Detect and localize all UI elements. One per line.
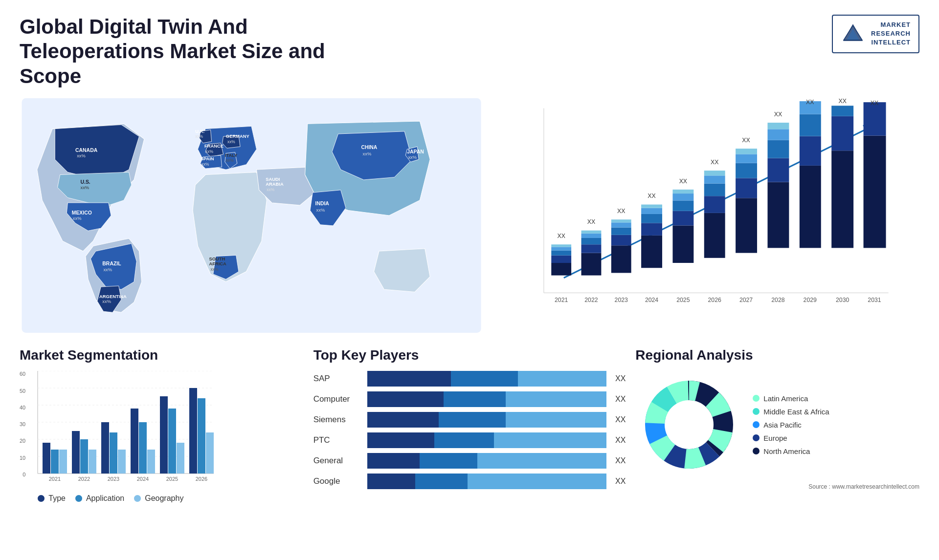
bar-2025-year: 2025 — [676, 297, 690, 303]
bar-2023-year: 2023 — [615, 297, 628, 303]
bar-2026-label: XX — [711, 159, 718, 166]
player-row-google: Google XX — [313, 474, 626, 489]
regional-bottom: Latin America Middle East & Africa Asia … — [635, 371, 919, 478]
bar-2022-seg2 — [581, 244, 602, 253]
player-name-general: General — [313, 456, 362, 466]
bar-2024-seg5 — [641, 205, 662, 208]
bar-2021-label: XX — [558, 233, 565, 239]
bar-2026-seg3 — [704, 184, 725, 196]
regional-legend-north-america: North America — [753, 447, 829, 455]
seg-bar-2022-geo — [89, 450, 96, 474]
player-row-sap: SAP XX — [313, 371, 626, 387]
italy-value: xx% — [226, 158, 234, 163]
player-bar-ptc — [367, 432, 606, 448]
dot-north-america — [753, 448, 760, 454]
player-bar-general-seg1 — [367, 453, 420, 469]
seg-bar-2025-type — [160, 396, 168, 474]
japan-value: xx% — [408, 154, 417, 160]
legend-type: Type — [38, 494, 66, 503]
south-africa-value: xx% — [211, 267, 219, 272]
bar-2021-seg5 — [551, 244, 571, 247]
bar-2026-seg2 — [704, 196, 725, 213]
player-bar-sap-seg3 — [518, 371, 606, 387]
bar-2026-seg1 — [704, 213, 725, 258]
regional-legend: Latin America Middle East & Africa Asia … — [753, 394, 829, 455]
canada-label: CANADA — [75, 148, 98, 153]
bottom-section: Market Segmentation 60 50 40 30 20 10 0 — [20, 347, 919, 503]
seg-bar-2023-type — [101, 422, 109, 474]
source-text: Source : www.marketresearchintellect.com — [635, 483, 919, 490]
seg-bar-2021-geo — [59, 450, 67, 474]
player-ptc-xx: XX — [615, 436, 626, 445]
brazil-label: BRAZIL — [102, 261, 121, 266]
bar-2028-seg1 — [768, 182, 789, 248]
key-players-title: Top Key Players — [313, 347, 626, 363]
player-siemens-xx: XX — [615, 415, 626, 424]
argentina-value: xx% — [102, 299, 111, 304]
segmentation-container: Market Segmentation 60 50 40 30 20 10 0 — [20, 347, 304, 503]
bar-2027-year: 2027 — [739, 297, 753, 303]
italy-label: ITALY — [225, 152, 238, 158]
bar-2028-seg5 — [768, 123, 789, 129]
player-bar-google-seg3 — [468, 474, 606, 489]
player-bar-siemens-seg1 — [367, 412, 439, 428]
bar-2026-seg4 — [704, 175, 725, 183]
header: Global Digital Twin And Teleoperations M… — [20, 15, 919, 88]
seg-chart-svg: 2021 2022 2023 2024 2025 2026 — [33, 371, 219, 488]
player-name-computer: Computer — [313, 394, 362, 404]
bar-2028-seg4 — [768, 129, 789, 140]
player-sap-xx: XX — [615, 374, 626, 383]
bar-2022-year: 2022 — [584, 297, 598, 303]
bar-2029-seg3 — [800, 114, 821, 136]
bar-2027-label: XX — [742, 137, 750, 144]
donut-svg — [635, 371, 743, 478]
mexico-value: xx% — [73, 216, 82, 221]
bar-2027-seg4 — [736, 154, 757, 163]
bar-2022-seg5 — [581, 231, 602, 234]
bar-2031-year: 2031 — [868, 297, 881, 303]
bar-2028-label: XX — [774, 111, 782, 118]
saudi-label: SAUDI — [266, 176, 280, 182]
bar-chart-svg: XX 2021 XX 2022 XX 2023 — [498, 98, 919, 333]
player-name-siemens: Siemens — [313, 415, 362, 425]
player-bar-siemens — [367, 412, 606, 428]
seg-xlabel-2025: 2025 — [166, 476, 178, 482]
player-row-general: General XX — [313, 453, 626, 469]
regional-legend-latin: Latin America — [753, 394, 829, 403]
seg-xlabel-2021: 2021 — [49, 476, 61, 482]
bar-chart-container: XX 2021 XX 2022 XX 2023 — [498, 98, 919, 333]
player-bar-computer-seg1 — [367, 391, 444, 407]
seg-bar-2021-app — [51, 450, 59, 474]
bar-2025-seg1 — [673, 226, 694, 263]
logo-area: MARKET RESEARCH INTELLECT — [832, 15, 919, 53]
seg-bar-2026-type — [189, 388, 197, 474]
bar-2022-seg3 — [581, 238, 602, 244]
bar-2024-year: 2024 — [645, 297, 658, 303]
dot-latin-america — [753, 395, 760, 402]
regional-legend-mea: Middle East & Africa — [753, 408, 829, 416]
page-title: Global Digital Twin And Teleoperations M… — [20, 15, 362, 88]
player-bar-ptc-seg2 — [434, 432, 494, 448]
bar-2029-year: 2029 — [804, 297, 817, 303]
germany-value: xx% — [227, 139, 235, 144]
bar-2031-seg1 — [864, 136, 886, 248]
legend-dot-type — [38, 495, 45, 502]
saudi-value: xx% — [267, 187, 274, 192]
mexico-label: MEXICO — [72, 210, 92, 215]
world-map: CANADA xx% U.S. xx% MEXICO xx% BRAZIL xx… — [20, 98, 483, 333]
player-google-xx: XX — [615, 477, 626, 486]
bar-2025-seg4 — [673, 194, 694, 200]
top-section: CANADA xx% U.S. xx% MEXICO xx% BRAZIL xx… — [20, 98, 919, 333]
bar-2021-seg1 — [551, 263, 571, 276]
bar-2021-seg3 — [551, 251, 571, 256]
us-label: U.S. — [80, 179, 90, 185]
dot-europe — [753, 434, 760, 441]
player-row-computer: Computer XX — [313, 391, 626, 407]
bar-2029-label: XX — [806, 99, 814, 106]
seg-bar-2024-type — [131, 409, 138, 474]
regional-container: Regional Analysis — [635, 347, 919, 503]
regional-legend-europe: Europe — [753, 434, 829, 442]
seg-bar-2025-app — [168, 409, 176, 474]
india-value: xx% — [316, 207, 325, 213]
logo-text: MARKET RESEARCH INTELLECT — [871, 21, 911, 47]
